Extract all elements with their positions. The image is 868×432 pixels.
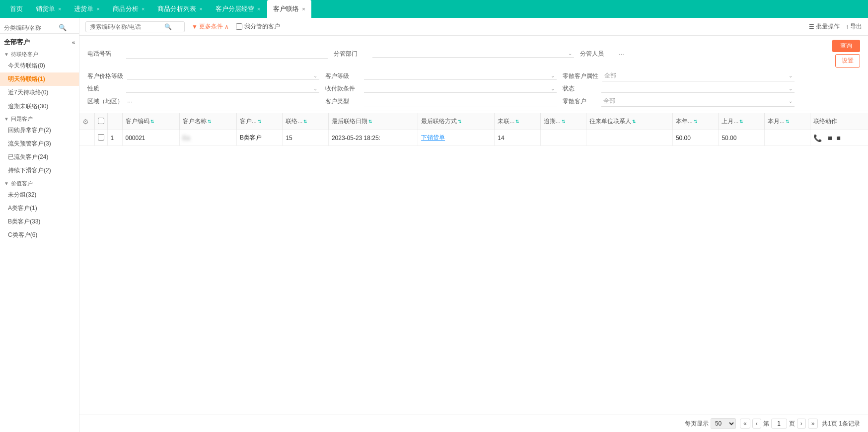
- payment-select[interactable]: ⌄: [364, 85, 557, 93]
- nav-item-客户分层经营[interactable]: 客户分层经营×: [210, 0, 266, 18]
- sidebar-group-问题客户: ▼ 问题客户: [0, 113, 79, 124]
- col-this-year[interactable]: 本年...⇅: [672, 113, 719, 130]
- col-last-date[interactable]: 最后联络日期⇅: [328, 113, 418, 130]
- col-action: 联络动作: [810, 113, 868, 130]
- sort-icon: ⇅: [694, 119, 698, 124]
- search-input[interactable]: [90, 23, 164, 30]
- nav-close-icon[interactable]: ×: [257, 6, 260, 12]
- last-page-button[interactable]: »: [808, 419, 818, 429]
- phone-label: 电话号码: [87, 50, 122, 58]
- col-last-month[interactable]: 上月...⇅: [719, 113, 765, 130]
- nav-close-icon[interactable]: ×: [96, 6, 99, 12]
- col-unit-contact[interactable]: 往来单位联系人⇅: [586, 113, 673, 130]
- filter-payment: 收付款条件 ⌄: [325, 84, 557, 93]
- customer-level-select[interactable]: ⌄: [364, 72, 557, 80]
- sidebar-item[interactable]: 流失预警客户(3): [0, 137, 79, 150]
- col-contact[interactable]: 联络...⇅: [283, 113, 329, 130]
- region-dots-button[interactable]: ···: [127, 98, 133, 105]
- export-button[interactable]: ↑ 导出: [846, 22, 862, 31]
- col-action-label: 联络动作: [813, 118, 837, 125]
- col-overdue[interactable]: 逾期...⇅: [540, 113, 586, 130]
- sidebar-item[interactable]: C类客户(6): [0, 228, 79, 242]
- sidebar-search-input[interactable]: [4, 24, 59, 31]
- retail-attr-select[interactable]: 全部 ⌄: [602, 71, 795, 81]
- all-customers-item[interactable]: 全部客户 «: [0, 36, 79, 49]
- nature-select[interactable]: ⌄: [126, 85, 319, 93]
- filter-row-3: 性质 ⌄ 收付款条件 ⌄ 状态: [87, 84, 860, 93]
- sidebar-item[interactable]: A类客户(1): [0, 202, 79, 215]
- col-type[interactable]: 客户...⇅: [236, 113, 283, 130]
- col-name[interactable]: 客户名称⇅: [179, 113, 236, 130]
- query-button[interactable]: 查询: [832, 40, 860, 52]
- settings-button[interactable]: 设置: [835, 54, 860, 68]
- col-uncontact[interactable]: 未联...⇅: [495, 113, 541, 130]
- main-layout: 🔍 全部客户 « ▼ 待联络客户今天待联络(0)明天待联络(1)近7天待联络(0…: [0, 18, 868, 432]
- per-page-select[interactable]: 50 100 200: [711, 418, 736, 429]
- filter-phone: 电话号码: [87, 49, 328, 59]
- action-more-icon[interactable]: ◾◾: [826, 134, 843, 142]
- page-number-input[interactable]: [771, 419, 787, 429]
- col-code[interactable]: 客户编码⇅: [122, 113, 179, 130]
- nav-item-客户联络[interactable]: 客户联络×: [267, 0, 311, 18]
- sort-icon: ⇅: [632, 119, 636, 124]
- per-page-label: 每页显示: [685, 420, 709, 428]
- phone-input[interactable]: [126, 49, 328, 59]
- first-page-button[interactable]: «: [740, 419, 750, 429]
- nav-item-商品分析[interactable]: 商品分析×: [107, 0, 150, 18]
- next-page-button[interactable]: ›: [797, 419, 806, 429]
- nav-item-首页[interactable]: 首页: [4, 0, 29, 18]
- sort-icon: ⇅: [303, 119, 307, 124]
- cell-action: 📞 ◾◾: [810, 130, 868, 146]
- nav-close-icon[interactable]: ×: [58, 6, 61, 12]
- my-customer-checkbox[interactable]: 我分管的客户: [236, 22, 280, 31]
- nav-item-进货单[interactable]: 进货单×: [68, 0, 105, 18]
- cell-checkbox[interactable]: [94, 130, 107, 146]
- my-customer-input[interactable]: [236, 23, 242, 30]
- prev-page-button[interactable]: ‹: [752, 419, 761, 429]
- nav-item-销货单[interactable]: 销货单×: [30, 0, 67, 18]
- sidebar-item[interactable]: 回购异常客户(2): [0, 124, 79, 137]
- col-uncontact-label: 未联...: [498, 118, 514, 125]
- status-select[interactable]: ⌄: [601, 85, 795, 93]
- sidebar-item[interactable]: 逾期未联络(30): [0, 100, 79, 113]
- sidebar-item[interactable]: B类客户(33): [0, 215, 79, 228]
- nav-item-商品分析列表[interactable]: 商品分析列表×: [151, 0, 208, 18]
- col-last-method[interactable]: 最后联络方式⇅: [418, 113, 495, 130]
- sidebar-item[interactable]: 已流失客户(24): [0, 150, 79, 164]
- retail-cust-label: 零散客户: [563, 97, 597, 106]
- sidebar-search-box[interactable]: 🔍: [0, 22, 79, 34]
- filter-retail-attr: 零散客户属性 全部 ⌄: [563, 71, 795, 81]
- sort-icon: ⇅: [515, 119, 519, 124]
- gear-icon[interactable]: ⚙: [82, 118, 89, 126]
- col-this-month[interactable]: 本月...⇅: [764, 113, 810, 130]
- search-box[interactable]: 🔍: [85, 21, 185, 32]
- sidebar-item[interactable]: 持续下滑客户(2): [0, 164, 79, 177]
- header-row: ⚙ 客户编码⇅ 客户名称⇅ 客户...⇅: [79, 113, 868, 130]
- last-method-link[interactable]: 下销货单: [421, 134, 445, 141]
- price-level-select[interactable]: ⌄: [127, 72, 319, 80]
- person-dots-button[interactable]: ···: [619, 50, 624, 58]
- sidebar-item[interactable]: 未分组(32): [0, 188, 79, 202]
- sidebar-item[interactable]: 近7天待联络(0): [0, 86, 79, 99]
- retail-cust-select[interactable]: 全部 ⌄: [601, 96, 795, 107]
- page-label: 第: [763, 420, 769, 428]
- select-all-checkbox[interactable]: [98, 118, 104, 124]
- action-phone-icon[interactable]: 📞: [813, 134, 822, 142]
- sidebar-item[interactable]: 今天待联络(0): [0, 59, 79, 72]
- customer-level-label: 客户等级: [325, 72, 360, 80]
- search-icon[interactable]: 🔍: [164, 23, 172, 30]
- nav-close-icon[interactable]: ×: [199, 6, 202, 12]
- batch-op-button[interactable]: ☰ 批量操作: [809, 22, 840, 31]
- col-checkbox[interactable]: [94, 113, 107, 130]
- dept-select[interactable]: ⌄: [372, 50, 574, 58]
- row-checkbox[interactable]: [98, 134, 104, 141]
- col-gear[interactable]: ⚙: [79, 113, 94, 130]
- sidebar-search-icon[interactable]: 🔍: [59, 24, 67, 31]
- batch-op-icon: ☰: [809, 23, 814, 30]
- cust-type-input[interactable]: [364, 97, 557, 106]
- nav-close-icon[interactable]: ×: [142, 6, 145, 12]
- sidebar-item[interactable]: 明天待联络(1): [0, 72, 79, 86]
- nav-close-icon[interactable]: ×: [302, 6, 305, 12]
- more-filter-button[interactable]: ▼ 更多条件 ∧: [189, 21, 232, 32]
- cell-last-method[interactable]: 下销货单: [418, 130, 495, 146]
